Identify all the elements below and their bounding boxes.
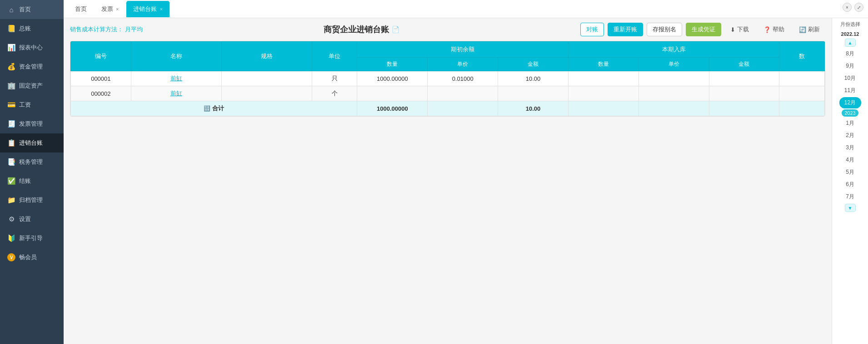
tab-purchase-sale[interactable]: 进销台账 ×: [126, 1, 169, 17]
col-inbound-price: 单价: [639, 58, 709, 71]
month-item-3[interactable]: 3月: [839, 142, 861, 153]
cell-extra: [779, 86, 825, 101]
sidebar-item-purchase-sale[interactable]: 📋 进销台账: [0, 133, 64, 152]
doc-info-icon[interactable]: 📄: [392, 26, 399, 33]
cell-inbound-amount: [709, 86, 779, 101]
total-icon: 🔢: [204, 105, 210, 112]
sidebar-item-label: 工资: [19, 101, 31, 109]
sidebar-item-checkout[interactable]: ✅ 结账: [0, 172, 64, 191]
name-link[interactable]: 前缸: [170, 75, 182, 82]
sidebar-item-settings[interactable]: ⚙ 设置: [0, 210, 64, 229]
help-icon: ❓: [763, 26, 771, 33]
refresh-button[interactable]: 🔄 刷新: [793, 23, 825, 36]
save-alias-button[interactable]: 存报别名: [647, 23, 682, 36]
col-name: 名称: [131, 42, 221, 71]
reopen-button[interactable]: 重新开账: [608, 23, 643, 36]
sidebar-item-funds[interactable]: 💰 资金管理: [0, 57, 64, 76]
archive-icon: 📁: [7, 196, 15, 204]
month-item-11[interactable]: 11月: [839, 85, 861, 96]
refresh-label: 刷新: [808, 25, 820, 34]
col-inbound-amount: 金额: [709, 58, 779, 71]
sidebar-item-archive[interactable]: 📁 归档管理: [0, 191, 64, 210]
col-opening-balance: 期初余额: [357, 42, 569, 58]
sidebar-item-assets[interactable]: 🏢 固定资产: [0, 76, 64, 95]
sidebar-item-guide[interactable]: 🔰 新手引导: [0, 229, 64, 248]
table-container: 编号 名称 规格 单位 期初余额 本期入库 数 数量 单价 金额 数: [70, 41, 825, 117]
tab-invoice[interactable]: 发票 ×: [95, 1, 125, 17]
ledger-icon: 📒: [7, 25, 15, 33]
cell-inbound-qty: [568, 86, 639, 101]
match-button[interactable]: 对账: [580, 23, 604, 36]
download-button[interactable]: ⬇ 下载: [725, 23, 754, 36]
cell-id: 000002: [71, 86, 131, 101]
window-controls: × ⤢: [843, 3, 863, 12]
page-title: 商贸企业进销台账 📄: [324, 24, 399, 35]
home-icon: ⌂: [7, 6, 15, 14]
close-button[interactable]: ×: [843, 3, 852, 12]
sidebar-item-label: 新手引导: [19, 234, 43, 242]
tab-invoice-close[interactable]: ×: [116, 6, 119, 12]
cell-unit: 个: [312, 86, 357, 101]
month-item-9[interactable]: 9月: [839, 60, 861, 72]
page-title-text: 商贸企业进销台账: [324, 24, 389, 35]
cell-opening-price: [428, 86, 498, 101]
col-spec: 规格: [221, 42, 312, 71]
sidebar-item-label: 固定资产: [19, 82, 43, 90]
month-item-1[interactable]: 1月: [839, 118, 861, 129]
total-opening-amount: 10.00: [498, 101, 569, 116]
purchase-sale-table: 编号 名称 规格 单位 期初余额 本期入库 数 数量 单价 金额 数: [70, 41, 825, 116]
month-scroll-down[interactable]: ▼: [845, 204, 856, 212]
sidebar-item-salary[interactable]: 💳 工资: [0, 95, 64, 114]
download-icon: ⬇: [730, 26, 735, 33]
help-button[interactable]: ❓ 帮助: [758, 23, 790, 36]
sidebar-item-label: 进销台账: [19, 139, 43, 147]
col-id: 编号: [71, 42, 131, 71]
name-link[interactable]: 前缸: [170, 90, 182, 97]
main-content: 销售成本计算方法： 月平均 商贸企业进销台账 📄 对账 重新开账 存报别名 生成…: [64, 18, 832, 344]
tab-purchase-sale-close[interactable]: ×: [160, 6, 162, 12]
sidebar: ⌂ 首页 📒 总账 📊 报表中心 💰 资金管理 🏢 固定资产 💳 工资 🧾 发票…: [0, 0, 64, 344]
cell-unit: 只: [312, 71, 357, 86]
month-panel-title: 月份选择: [840, 21, 860, 28]
cell-id: 000001: [71, 71, 131, 86]
sidebar-item-label: 总账: [19, 25, 31, 33]
total-opening-price: [428, 101, 498, 116]
total-opening-qty: 1000.00000: [357, 101, 428, 116]
maximize-button[interactable]: ⤢: [854, 3, 863, 12]
sidebar-item-label: 畅会员: [19, 253, 37, 261]
sidebar-item-tax[interactable]: 📑 税务管理: [0, 152, 64, 172]
month-item-10[interactable]: 10月: [839, 73, 861, 84]
sidebar-item-invoice[interactable]: 🧾 发票管理: [0, 114, 64, 133]
month-item-4[interactable]: 4月: [839, 154, 861, 166]
total-label-cell: 🔢 合计: [71, 101, 357, 116]
tab-home-label: 首页: [75, 5, 87, 13]
col-opening-price: 单价: [428, 58, 498, 71]
sidebar-item-vip[interactable]: V 畅会员: [0, 248, 64, 267]
cell-spec: [221, 71, 312, 86]
month-item-7[interactable]: 7月: [839, 191, 861, 202]
month-item-6[interactable]: 6月: [839, 179, 861, 190]
cell-opening-amount: [498, 86, 569, 101]
tax-icon: 📑: [7, 158, 15, 166]
cell-extra: [779, 71, 825, 86]
table-row: 000002 前缸 个: [71, 86, 825, 101]
month-item-5[interactable]: 5月: [839, 167, 861, 178]
generate-voucher-button[interactable]: 生成凭证: [686, 23, 721, 36]
sidebar-item-label: 设置: [19, 215, 31, 223]
sidebar-item-label: 税务管理: [19, 158, 43, 166]
cell-opening-qty: [357, 86, 428, 101]
sidebar-item-home[interactable]: ⌂ 首页: [0, 0, 64, 19]
cost-method-value: 月平均: [125, 26, 143, 33]
month-scroll-up[interactable]: ▲: [845, 39, 856, 47]
total-label-text: 合计: [212, 104, 224, 113]
purchase-sale-icon: 📋: [7, 139, 15, 147]
month-item-12[interactable]: 12月: [839, 97, 861, 108]
cell-inbound-amount: [709, 71, 779, 86]
sidebar-item-report[interactable]: 📊 报表中心: [0, 38, 64, 57]
tab-home[interactable]: 首页: [68, 1, 94, 17]
total-inbound-price: [639, 101, 709, 116]
month-item-2[interactable]: 2月: [839, 130, 861, 141]
month-item-8[interactable]: 8月: [839, 48, 861, 59]
checkout-icon: ✅: [7, 177, 15, 185]
sidebar-item-ledger[interactable]: 📒 总账: [0, 19, 64, 38]
